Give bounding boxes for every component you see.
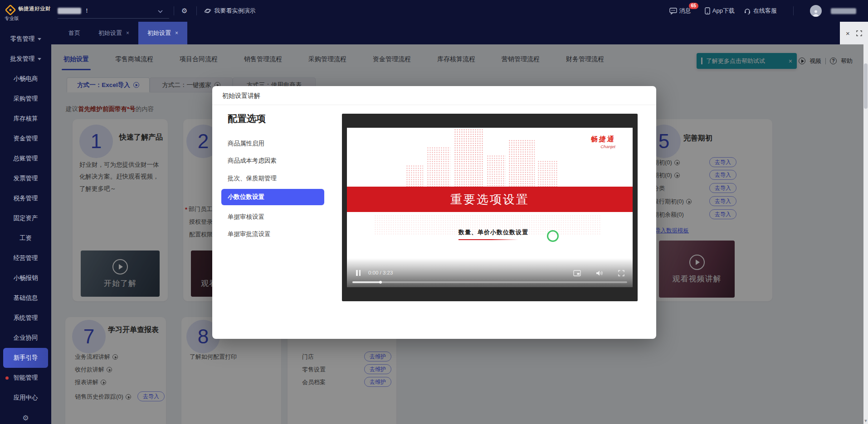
option-decimal-places-active[interactable]: 小数位数设置 (221, 189, 324, 205)
divider (793, 6, 794, 15)
sidebar-item-payroll[interactable]: 工资 (0, 228, 51, 248)
sidebar-item-operation[interactable]: 经营管理 (0, 248, 51, 268)
sidebar-item-collaboration[interactable]: 企业协同 (0, 328, 51, 348)
sidebar-item-fixed-assets[interactable]: 固定资产 (0, 208, 51, 228)
tab-initial-settings-2[interactable]: 初始设置× (138, 22, 187, 44)
planet-icon (204, 7, 211, 14)
skyline-pattern (487, 155, 506, 187)
sidebar-item-tax[interactable]: 税务管理 (0, 188, 51, 208)
video-player: 畅捷通 Chanjet 重要选项设置 数量、单价小数位数设置 (342, 114, 638, 301)
message-count-badge: 65 (689, 3, 698, 9)
dialog-header: 初始设置讲解 (212, 86, 656, 105)
close-tab-icon[interactable]: × (126, 30, 129, 36)
sidebar-item-expense[interactable]: 小畅报销 (0, 268, 51, 288)
option-doc-audit[interactable]: 单据审核设置 (228, 213, 264, 221)
sidebar-item-inventory[interactable]: 库存核算 (0, 109, 51, 129)
sidebar-item-wholesale[interactable]: 批发管理 (0, 49, 51, 69)
skyline-pattern (537, 160, 558, 187)
sidebar-item-app-center[interactable]: 应用中心 (0, 388, 51, 408)
online-service-button[interactable]: 在线客服 (744, 7, 777, 15)
window-tab-bar: 首页 初始设置× 初始设置× (51, 22, 868, 44)
account-underline (58, 18, 169, 19)
tab-initial-settings-1[interactable]: 初始设置× (89, 22, 138, 44)
avatar[interactable] (810, 5, 822, 17)
scrollbar-thumb[interactable] (864, 63, 868, 109)
video-title-banner: 重要选项设置 (347, 187, 633, 212)
video-screen[interactable]: 畅捷通 Chanjet 重要选项设置 数量、单价小数位数设置 (347, 128, 633, 287)
option-product-cost-factors[interactable]: 商品成本考虑因素 (228, 157, 277, 165)
divider (196, 6, 197, 15)
sidebar-settings-gear-icon[interactable]: ⚙ (0, 414, 51, 422)
option-doc-approval-flow[interactable]: 单据审批流设置 (228, 230, 271, 238)
video-controls: 0:00 / 3:23 (347, 258, 633, 287)
pause-button[interactable] (356, 270, 361, 276)
topbar: ！ ⚙ 我要看实例演示 消息 65 App下载 (51, 0, 868, 22)
headset-icon (744, 8, 751, 14)
sidebar-item-system[interactable]: 系统管理 (0, 308, 51, 328)
app-window: 畅捷通好业财 专业版 零售管理 批发管理 小畅电商 采购管理 库存核算 资金管理… (0, 0, 868, 424)
page-scrollbar[interactable]: ▼ (863, 44, 868, 424)
brand-edition: 专业版 (5, 15, 19, 22)
close-tab-icon[interactable]: × (175, 30, 178, 36)
volume-icon[interactable] (596, 270, 603, 276)
video-time: 0:00 / 3:23 (368, 270, 393, 275)
skyline-pattern (427, 147, 450, 187)
sidebar-item-funds[interactable]: 资金管理 (0, 129, 51, 149)
chevron-down-icon[interactable] (158, 7, 163, 15)
progress-fill (352, 281, 380, 283)
gear-icon[interactable]: ⚙ (181, 7, 187, 15)
option-batch-shelf-life[interactable]: 批次、保质期管理 (228, 174, 277, 183)
scrollbar-down-arrow[interactable]: ▼ (863, 419, 868, 423)
pip-icon[interactable] (573, 270, 581, 276)
greeting-suffix: ！ (84, 7, 90, 15)
green-circle-annotation (547, 230, 559, 242)
message-bubble-icon (669, 8, 677, 14)
chanjet-video-logo: 畅捷通 Chanjet (591, 135, 615, 149)
sidebar-item-purchase[interactable]: 采购管理 (0, 89, 51, 109)
sidebar-item-beginner-guide[interactable]: 新手引导 (3, 348, 48, 368)
phone-icon (705, 7, 710, 14)
sidebar-item-smart-management[interactable]: 智能管理 (0, 368, 51, 388)
dialog-title: 初始设置讲解 (222, 92, 260, 100)
progress-bar[interactable] (352, 281, 627, 283)
close-icon[interactable]: × (846, 29, 850, 37)
sidebar: 畅捷通好业财 专业版 零售管理 批发管理 小畅电商 采购管理 库存核算 资金管理… (0, 0, 51, 424)
skyline-pattern (508, 140, 535, 187)
sidebar-item-invoice[interactable]: 发票管理 (0, 169, 51, 188)
sidebar-item-ledger[interactable]: 总账管理 (0, 149, 51, 169)
skyline-pattern (454, 129, 483, 187)
initial-settings-dialog: 初始设置讲解 配置选项 商品属性启用 商品成本考虑因素 批次、保质期管理 小数位… (212, 86, 656, 339)
progress-knob[interactable] (379, 281, 382, 284)
tabbar-controls: × (840, 22, 868, 44)
divider (174, 6, 174, 15)
brand-logo: 畅捷通好业财 专业版 (0, 0, 51, 25)
brand-name: 畅捷通好业财 (18, 5, 51, 12)
sidebar-item-retail[interactable]: 零售管理 (0, 29, 51, 49)
messages-button[interactable]: 消息 65 (669, 7, 691, 15)
person-icon (812, 9, 820, 17)
fullscreen-icon[interactable] (618, 270, 624, 276)
maximize-icon[interactable] (856, 30, 862, 36)
demo-link[interactable]: 我要看实例演示 (204, 7, 255, 15)
app-download-button[interactable]: App下载 (705, 7, 735, 15)
video-caption: 数量、单价小数位数设置 (458, 228, 528, 240)
sidebar-item-ecommerce[interactable]: 小畅电商 (0, 69, 51, 89)
skyline-pattern (406, 165, 423, 187)
tab-home[interactable]: 首页 (59, 22, 89, 44)
options-section-title: 配置选项 (228, 112, 266, 125)
sidebar-item-basic-info[interactable]: 基础信息 (0, 288, 51, 308)
user-name-redacted (831, 8, 856, 14)
account-name-redacted (58, 8, 81, 14)
caption-underline (458, 239, 518, 240)
option-product-attributes[interactable]: 商品属性启用 (228, 140, 264, 148)
